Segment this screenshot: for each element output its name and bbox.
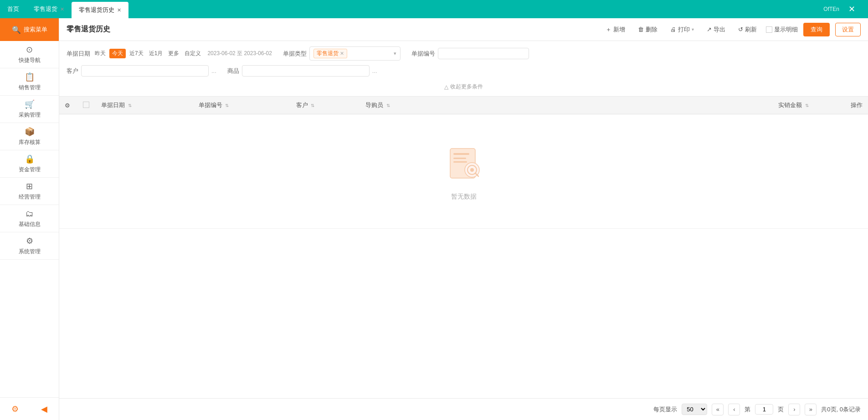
sales-mgmt-icon: 📋 [25, 72, 35, 82]
sidebar-item-sales-mgmt-label: 销售管理 [19, 84, 41, 92]
refresh-button[interactable]: ↺ 刷新 [734, 24, 760, 36]
export-icon: ↗ [707, 26, 712, 33]
tab-home-label: 首页 [7, 5, 19, 13]
empty-state: 暂无数据 [59, 114, 868, 228]
first-page-btn[interactable]: « [712, 404, 724, 415]
sys-mgmt-icon: ⚙ [26, 236, 33, 246]
page-input[interactable] [755, 404, 773, 415]
col-date-sort-icon[interactable]: ⇅ [128, 103, 132, 108]
type-filter-label: 单据类型 [283, 50, 307, 58]
export-button[interactable]: ↗ 导出 [703, 24, 729, 36]
col-settings: ⚙ [59, 97, 77, 114]
svg-rect-2 [453, 158, 466, 159]
next-page-btn[interactable]: › [788, 404, 800, 415]
collapse-sidebar-icon[interactable]: ◀ [41, 404, 47, 414]
col-ops-label: 操作 [851, 102, 863, 108]
settings-button[interactable]: 设置 [835, 23, 861, 36]
orderno-filter-input[interactable] [438, 48, 529, 59]
date-btn-more[interactable]: 更多 [166, 49, 181, 58]
goods-filter-label: 商品 [227, 67, 239, 75]
col-order-no-sort-icon[interactable]: ⇅ [225, 103, 229, 108]
sidebar-item-sys-mgmt-label: 系统管理 [19, 248, 41, 256]
col-customer: 客户 ⇅ [291, 97, 360, 114]
new-button[interactable]: ＋ 新增 [602, 24, 629, 36]
empty-text: 暂无数据 [451, 193, 477, 201]
tab-retail-return-history-close[interactable]: ✕ [117, 7, 121, 13]
sidebar-item-basic-info-label: 基础信息 [19, 220, 41, 228]
tab-retail-return-close[interactable]: ✕ [60, 6, 64, 12]
tab-retail-return-history-label: 零售退货历史 [79, 6, 114, 14]
inventory-icon: 📦 [25, 127, 35, 137]
type-filter-select[interactable]: 零售退货 ✕ ▾ [309, 46, 401, 61]
filter-type-item: 单据类型 零售退货 ✕ ▾ [283, 46, 401, 61]
table-settings-icon[interactable]: ⚙ [65, 102, 70, 109]
type-select-arrow: ▾ [394, 51, 396, 56]
page-suffix: 页 [778, 405, 784, 414]
col-amount: 实销金额 ⇅ [717, 97, 814, 114]
sidebar-item-purchase-mgmt[interactable]: 🛒 采购管理 [0, 96, 59, 123]
date-btn-7days[interactable]: 近7天 [128, 49, 145, 58]
sidebar-item-ops-mgmt[interactable]: ⊞ 经营管理 [0, 178, 59, 205]
col-customer-label: 客户 [296, 102, 308, 108]
date-btn-today[interactable]: 今天 [109, 49, 126, 58]
top-bar: 首页 零售退货 ✕ 零售退货历史 ✕ OfTEn ✕ [0, 0, 868, 18]
delete-label: 删除 [646, 26, 657, 34]
sidebar-search[interactable]: 🔍 搜索菜单 [0, 18, 59, 41]
date-btn-yesterday[interactable]: 昨天 [93, 49, 108, 58]
customer-dots[interactable]: ... [211, 67, 216, 74]
prev-page-btn[interactable]: ‹ [728, 404, 740, 415]
col-amount-sort-icon[interactable]: ⇅ [805, 103, 809, 108]
delete-icon: 🗑 [638, 26, 644, 33]
filter-area: 单据日期 昨天 今天 近7天 近1月 更多 自定义 2023-06-02 至 2… [59, 41, 868, 97]
purchase-mgmt-icon: 🛒 [25, 99, 35, 109]
type-tag: 零售退货 ✕ [313, 49, 347, 58]
col-customer-sort-icon[interactable]: ⇅ [311, 103, 314, 108]
filter-goods-item: 商品 ... [227, 65, 377, 77]
query-button[interactable]: 查询 [803, 23, 830, 36]
col-guide-sort-icon[interactable]: ⇅ [386, 103, 390, 108]
delete-button[interactable]: 🗑 删除 [634, 24, 661, 36]
col-order-no: 单据编号 ⇅ [193, 97, 291, 114]
select-all-checkbox[interactable] [83, 102, 89, 108]
filter-date-item: 单据日期 昨天 今天 近7天 近1月 更多 自定义 2023-06-02 至 2… [67, 49, 272, 58]
type-tag-close[interactable]: ✕ [340, 51, 344, 56]
date-btn-1month[interactable]: 近1月 [147, 49, 165, 58]
col-amount-label: 实销金额 [778, 102, 802, 108]
goods-dots[interactable]: ... [372, 67, 377, 74]
settings-bottom-icon[interactable]: ⚙ [11, 404, 19, 414]
filter-customer-item: 客户 ... [67, 65, 216, 77]
sidebar-item-sales-mgmt[interactable]: 📋 销售管理 [0, 68, 59, 96]
customer-filter-input[interactable] [81, 65, 209, 77]
sidebar-item-basic-info[interactable]: 🗂 基础信息 [0, 205, 59, 232]
col-date: 单据日期 ⇅ [96, 97, 193, 114]
print-arrow-icon: ▾ [692, 27, 694, 32]
last-page-btn[interactable]: » [805, 404, 817, 415]
window-close-button[interactable]: ✕ [843, 4, 861, 14]
sidebar-item-inventory-label: 库存核算 [19, 138, 41, 146]
show-detail-checkbox[interactable] [766, 26, 772, 33]
goods-filter-input[interactable] [242, 65, 370, 77]
sidebar-menu: ⊙ 快捷导航 📋 销售管理 🛒 采购管理 📦 库存核算 🔒 资金管理 ⊞ 经 [0, 41, 59, 397]
sidebar: 🔍 搜索菜单 ⊙ 快捷导航 📋 销售管理 🛒 采购管理 📦 库存核算 🔒 [0, 18, 59, 420]
topbar-right: OfTEn ✕ [823, 4, 868, 14]
per-page-label: 每页显示 [653, 405, 677, 414]
print-button[interactable]: 🖨 打印 ▾ [667, 24, 698, 36]
finance-icon: 🔒 [25, 154, 35, 164]
table-head: ⚙ 单据日期 ⇅ 单据编号 ⇅ [59, 97, 868, 114]
tab-retail-return-history[interactable]: 零售退货历史 ✕ [72, 2, 128, 18]
collapse-btn[interactable]: △ 收起更多条件 [67, 81, 861, 94]
tab-retail-return[interactable]: 零售退货 ✕ [26, 0, 72, 18]
date-btn-custom[interactable]: 自定义 [183, 49, 203, 58]
sidebar-item-inventory[interactable]: 📦 库存核算 [0, 123, 59, 150]
sidebar-item-finance[interactable]: 🔒 资金管理 [0, 150, 59, 178]
sidebar-item-quick-nav[interactable]: ⊙ 快捷导航 [0, 41, 59, 68]
per-page-select[interactable]: 10 20 50 100 [682, 404, 707, 415]
new-label: 新增 [613, 26, 625, 34]
sidebar-item-sys-mgmt[interactable]: ⚙ 系统管理 [0, 232, 59, 260]
collapse-label: 收起更多条件 [450, 83, 483, 91]
table-body: 暂无数据 [59, 114, 868, 229]
tab-home[interactable]: 首页 [0, 0, 26, 18]
page-title: 零售退货历史 [67, 25, 602, 34]
tab-retail-return-label: 零售退货 [34, 5, 57, 13]
new-icon: ＋ [606, 26, 611, 34]
